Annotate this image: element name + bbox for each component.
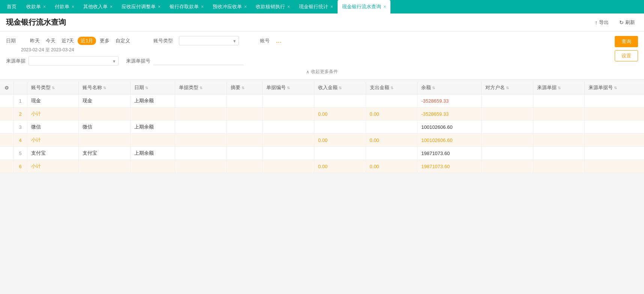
row-doc-no: [263, 134, 314, 147]
settings-button[interactable]: 设置: [615, 50, 638, 61]
row-gear: [0, 94, 14, 107]
date-opt-custom[interactable]: 自定义: [113, 37, 132, 45]
sort-icon: ⇅: [103, 86, 106, 90]
th-doc-type[interactable]: 单据类型 ⇅: [175, 81, 227, 94]
sort-icon: ⇅: [52, 86, 55, 90]
source-doc-group: 来源单据: [6, 56, 119, 66]
close-icon[interactable]: ×: [72, 4, 74, 9]
th-source-doc[interactable]: 来源单据 ⇅: [533, 81, 585, 94]
row-num: 1: [14, 94, 27, 107]
query-button[interactable]: 查询: [615, 36, 638, 47]
sort-icon: ⇅: [432, 86, 435, 90]
table-row[interactable]: 3 微信 微信 上期余额 100102606.60: [0, 121, 644, 134]
filter-row-2: 来源单据 来源单据号: [6, 56, 609, 66]
date-opt-more[interactable]: 更多: [98, 37, 112, 45]
close-icon[interactable]: ×: [43, 4, 46, 9]
filter-area: 日期 昨天 今天 近7天 近1月 更多 自定义 账号类型 账号: [0, 31, 644, 80]
close-icon[interactable]: ×: [201, 4, 204, 9]
row-doc-type: [175, 134, 227, 147]
table-row[interactable]: 1 现金 现金 上期余额 -3528659.33: [0, 94, 644, 107]
nav-tab-xianjintongji[interactable]: 现金银行统计 ×: [294, 0, 338, 13]
row-income: 0.00: [314, 107, 366, 121]
th-doc-no[interactable]: 单据编号 ⇅: [263, 81, 314, 94]
row-source-doc: [533, 160, 585, 173]
row-expense: [366, 147, 417, 160]
nav-tab-fukuan[interactable]: 付款单 ×: [50, 0, 79, 13]
nav-tab-yingshou[interactable]: 应收应付调整单 ×: [117, 0, 165, 13]
source-doc-no-label: 来源单据号: [126, 58, 150, 64]
row-source-doc-no: [585, 134, 644, 147]
date-label: 日期: [6, 37, 25, 44]
th-source-doc-no[interactable]: 来源单据号 ⇅: [585, 81, 644, 94]
th-summary[interactable]: 摘要 ⇅: [227, 81, 263, 94]
row-expense: 0.00: [366, 160, 417, 173]
date-opt-today[interactable]: 今天: [44, 37, 58, 45]
account-type-select[interactable]: [179, 36, 239, 45]
th-balance[interactable]: 余额 ⇅: [417, 81, 482, 94]
th-expense[interactable]: 支出金额 ⇅: [366, 81, 417, 94]
close-icon[interactable]: ×: [110, 4, 113, 9]
close-icon[interactable]: ×: [383, 4, 386, 9]
nav-tab-yinhang[interactable]: 银行存取款单 ×: [165, 0, 208, 13]
table-row[interactable]: 4 小计 0.00 0.00 100102606.60: [0, 134, 644, 147]
row-num: 2: [14, 107, 27, 121]
row-balance: -3528659.33: [417, 107, 482, 121]
close-icon[interactable]: ×: [158, 4, 161, 9]
row-summary: [227, 160, 263, 173]
source-doc-select-wrapper: [29, 56, 119, 66]
th-account-type[interactable]: 账号类型 ⇅: [27, 81, 79, 94]
row-counterpart: [481, 134, 533, 147]
table-row[interactable]: 2 小计 0.00 0.00 -3528659.33: [0, 107, 644, 121]
nav-tab-yushou[interactable]: 预收冲应收单 ×: [208, 0, 251, 13]
th-counterpart[interactable]: 对方户名 ⇅: [481, 81, 533, 94]
th-date[interactable]: 日期 ⇅: [130, 81, 175, 94]
row-counterpart: [481, 121, 533, 134]
nav-tab-shoukuanhe[interactable]: 收款核销执行 ×: [251, 0, 294, 13]
table-row[interactable]: 5 支付宝 支付宝 上期余额 19871073.60: [0, 147, 644, 160]
sort-icon: ⇅: [287, 86, 290, 90]
collapse-bar[interactable]: ∧ 收起更多条件: [6, 67, 638, 76]
close-icon[interactable]: ×: [330, 4, 333, 9]
nav-tab-xianjinliushui[interactable]: 现金银行流水查询 ×: [338, 0, 390, 13]
table-row[interactable]: 6 小计 0.00 0.00 19871073.60: [0, 160, 644, 173]
export-button[interactable]: ↑ 导出: [592, 18, 612, 27]
row-source-doc-no: [585, 94, 644, 107]
sort-icon: ⇅: [242, 86, 245, 90]
source-doc-no-input[interactable]: [153, 57, 243, 65]
row-doc-type: [175, 107, 227, 121]
export-icon: ↑: [595, 19, 597, 25]
row-gear: [0, 147, 14, 160]
nav-home[interactable]: 首页: [2, 0, 22, 13]
row-doc-type: [175, 160, 227, 173]
nav-tab-shoukuan[interactable]: 收款单 ×: [22, 0, 50, 13]
row-source-doc: [533, 107, 585, 121]
row-income: 0.00: [314, 134, 366, 147]
close-icon[interactable]: ×: [244, 4, 247, 9]
row-source-doc-no: [585, 160, 644, 173]
sort-icon: ⇅: [339, 86, 342, 90]
nav-tab-qita[interactable]: 其他收入单 ×: [79, 0, 117, 13]
row-account-type: 现金: [27, 94, 79, 107]
row-account-name: [79, 160, 131, 173]
row-income: [314, 147, 366, 160]
date-opt-yesterday[interactable]: 昨天: [28, 37, 42, 45]
account-type-label: 账号类型: [153, 37, 176, 44]
th-account-name[interactable]: 账号名称 ⇅: [79, 81, 131, 94]
close-icon[interactable]: ×: [287, 4, 290, 9]
row-source-doc: [533, 94, 585, 107]
source-doc-select[interactable]: [29, 56, 119, 66]
row-counterpart: [481, 160, 533, 173]
row-income: [314, 94, 366, 107]
date-opt-7days[interactable]: 近7天: [59, 37, 76, 45]
row-account-type: 小计: [27, 134, 79, 147]
th-gear[interactable]: ⚙: [0, 81, 14, 94]
refresh-button[interactable]: ↻ 刷新: [616, 18, 638, 27]
account-dots-button[interactable]: ...: [274, 37, 283, 45]
date-opt-1month[interactable]: 近1月: [78, 37, 96, 45]
date-options: 昨天 今天 近7天 近1月 更多 自定义: [28, 37, 132, 45]
th-income[interactable]: 收入金额 ⇅: [314, 81, 366, 94]
account-type-select-wrapper: [179, 36, 239, 45]
sort-icon: ⇅: [200, 86, 203, 90]
row-date: [130, 134, 175, 147]
row-account-name: 微信: [79, 121, 131, 134]
